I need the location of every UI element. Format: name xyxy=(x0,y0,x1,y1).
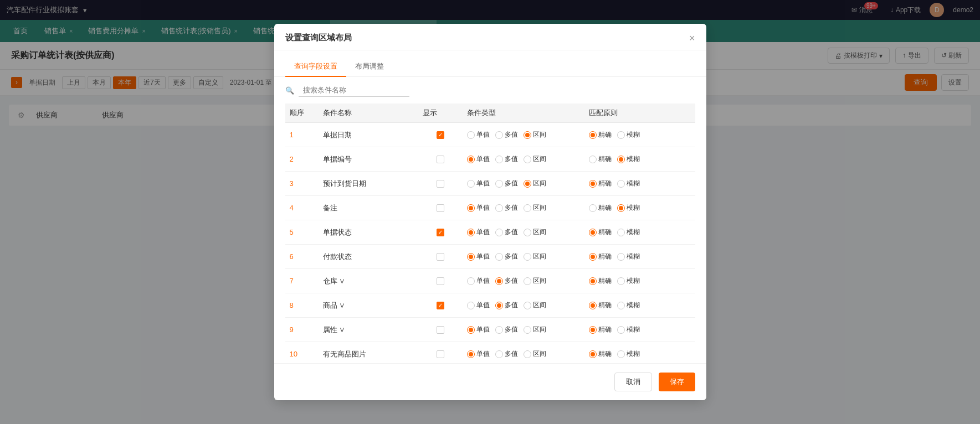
row-num: 3 xyxy=(290,179,294,188)
radio-multi[interactable] xyxy=(495,204,503,212)
type-range[interactable]: 区间 xyxy=(524,154,546,164)
row-name: 仓库 ∨ xyxy=(323,277,346,285)
type-multi[interactable]: 多值 xyxy=(495,203,518,213)
radio-range[interactable] xyxy=(524,180,531,188)
radio-fuzzy[interactable] xyxy=(617,156,625,163)
radio-range[interactable] xyxy=(524,131,531,139)
radio-multi[interactable] xyxy=(495,253,503,261)
table-header: 顺序 条件名称 显示 条件类型 匹配原则 xyxy=(285,104,695,123)
radio-exact[interactable] xyxy=(589,131,597,139)
display-checkbox[interactable] xyxy=(437,180,444,188)
match-fuzzy[interactable]: 模糊 xyxy=(617,227,640,237)
display-checkbox[interactable] xyxy=(437,277,444,285)
row-num: 8 xyxy=(290,301,294,309)
display-checkbox[interactable] xyxy=(437,253,444,261)
radio-single[interactable] xyxy=(467,229,475,236)
radio-single[interactable] xyxy=(467,180,475,188)
type-range[interactable]: 区间 xyxy=(524,130,546,139)
match-exact[interactable]: 精确 xyxy=(589,130,612,139)
radio-single[interactable] xyxy=(467,253,475,261)
match-exact[interactable]: 精确 xyxy=(589,154,612,164)
modal-close-button[interactable]: × xyxy=(689,33,695,43)
radio-multi[interactable] xyxy=(495,277,503,285)
type-multi[interactable]: 多值 xyxy=(495,276,518,286)
match-exact[interactable]: 精确 xyxy=(589,252,612,261)
type-multi[interactable]: 多值 xyxy=(495,301,518,310)
type-range[interactable]: 区间 xyxy=(524,276,546,286)
table-row: 7 仓库 ∨ 单值 多值 xyxy=(285,269,695,293)
type-range[interactable]: 区间 xyxy=(524,252,546,261)
type-single[interactable]: 单值 xyxy=(467,179,490,188)
type-range[interactable]: 区间 xyxy=(524,227,546,237)
radio-fuzzy[interactable] xyxy=(617,277,625,285)
type-single[interactable]: 单值 xyxy=(467,252,490,261)
match-fuzzy[interactable]: 模糊 xyxy=(617,203,640,213)
radio-exact[interactable] xyxy=(589,229,597,236)
type-multi[interactable]: 多值 xyxy=(495,252,518,261)
type-single[interactable]: 单值 xyxy=(467,203,490,213)
radio-fuzzy[interactable] xyxy=(617,229,625,236)
display-checkbox[interactable] xyxy=(437,302,444,309)
tab-layout-adjust[interactable]: 布局调整 xyxy=(346,57,393,77)
search-input[interactable] xyxy=(299,84,409,97)
type-multi[interactable]: 多值 xyxy=(495,179,518,188)
radio-fuzzy[interactable] xyxy=(617,180,625,188)
radio-exact[interactable] xyxy=(589,253,597,261)
radio-fuzzy[interactable] xyxy=(617,204,625,212)
radio-range[interactable] xyxy=(524,229,531,236)
type-single[interactable]: 单值 xyxy=(467,227,490,237)
radio-single[interactable] xyxy=(467,204,475,212)
type-range[interactable]: 区间 xyxy=(524,203,546,213)
radio-fuzzy[interactable] xyxy=(617,253,625,261)
radio-range[interactable] xyxy=(524,277,531,285)
type-range[interactable]: 区间 xyxy=(524,179,546,188)
display-checkbox[interactable] xyxy=(437,229,444,236)
radio-exact[interactable] xyxy=(589,204,597,212)
radio-exact[interactable] xyxy=(589,302,597,309)
match-fuzzy[interactable]: 模糊 xyxy=(617,252,640,261)
radio-multi[interactable] xyxy=(495,180,503,188)
match-fuzzy[interactable]: 模糊 xyxy=(617,130,640,139)
match-fuzzy[interactable]: 模糊 xyxy=(617,154,640,164)
radio-fuzzy[interactable] xyxy=(617,131,625,139)
match-fuzzy[interactable]: 模糊 xyxy=(617,276,640,286)
tab-query-fields[interactable]: 查询字段设置 xyxy=(285,57,346,77)
type-multi[interactable]: 多值 xyxy=(495,130,518,139)
col-name: 条件名称 xyxy=(319,108,418,118)
table-row: 6 付款状态 单值 多值 xyxy=(285,245,695,269)
radio-range[interactable] xyxy=(524,253,531,261)
type-range[interactable]: 区间 xyxy=(524,301,546,310)
radio-exact[interactable] xyxy=(589,277,597,285)
type-multi[interactable]: 多值 xyxy=(495,227,518,237)
match-fuzzy[interactable]: 模糊 xyxy=(617,301,640,310)
match-exact[interactable]: 精确 xyxy=(589,179,612,188)
radio-range[interactable] xyxy=(524,204,531,212)
type-single[interactable]: 单值 xyxy=(467,301,490,310)
radio-multi[interactable] xyxy=(495,131,503,139)
display-checkbox[interactable] xyxy=(437,204,444,212)
radio-exact[interactable] xyxy=(589,156,597,163)
radio-multi[interactable] xyxy=(495,229,503,236)
radio-single[interactable] xyxy=(467,131,475,139)
radio-single[interactable] xyxy=(467,277,475,285)
radio-single[interactable] xyxy=(467,302,475,309)
radio-range[interactable] xyxy=(524,302,531,309)
radio-range[interactable] xyxy=(524,156,531,163)
type-single[interactable]: 单值 xyxy=(467,276,490,286)
radio-single[interactable] xyxy=(467,156,475,163)
type-single[interactable]: 单值 xyxy=(467,154,490,164)
radio-fuzzy[interactable] xyxy=(617,302,625,309)
radio-multi[interactable] xyxy=(495,302,503,309)
match-exact[interactable]: 精确 xyxy=(589,227,612,237)
row-name: 商品 ∨ xyxy=(323,301,346,309)
match-exact[interactable]: 精确 xyxy=(589,301,612,310)
match-exact[interactable]: 精确 xyxy=(589,203,612,213)
match-fuzzy[interactable]: 模糊 xyxy=(617,179,640,188)
display-checkbox[interactable] xyxy=(437,131,444,139)
type-single[interactable]: 单值 xyxy=(467,130,490,139)
radio-exact[interactable] xyxy=(589,180,597,188)
radio-multi[interactable] xyxy=(495,156,503,163)
type-multi[interactable]: 多值 xyxy=(495,154,518,164)
display-checkbox[interactable] xyxy=(437,156,444,163)
match-exact[interactable]: 精确 xyxy=(589,276,612,286)
